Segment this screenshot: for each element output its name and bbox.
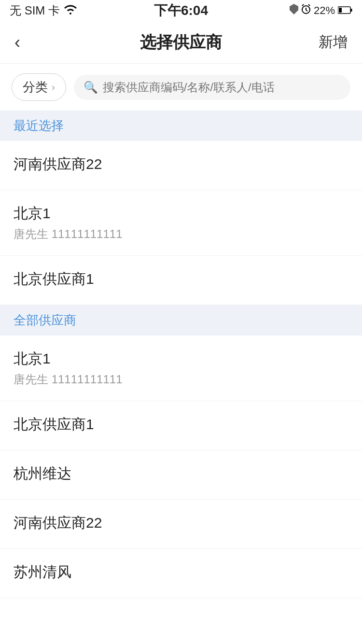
list-item[interactable]: 河南供应商22 [0, 500, 362, 549]
item-name: 北京1 [14, 349, 348, 369]
all-section-header: 全部供应商 [0, 305, 362, 336]
list-item[interactable]: 苏州清风 [0, 549, 362, 598]
list-item[interactable]: 杭州维达 [0, 450, 362, 500]
item-name: 苏州清风 [14, 562, 348, 582]
chevron-right-icon: › [52, 82, 55, 93]
status-time: 下午6:04 [154, 1, 208, 20]
status-left: 无 SIM 卡 [10, 3, 77, 18]
list-item[interactable]: 河南供应商22 [0, 141, 362, 190]
category-button[interactable]: 分类 › [12, 73, 66, 101]
recent-items-list: 河南供应商22北京1唐先生 11111111111北京供应商1 [0, 141, 362, 305]
item-name: 杭州维达 [14, 464, 348, 484]
carrier-text: 无 SIM 卡 [10, 3, 60, 18]
search-box[interactable]: 🔍 [74, 75, 350, 100]
item-name: 北京供应商1 [14, 415, 348, 434]
all-items-list: 北京1唐先生 11111111111北京供应商1杭州维达河南供应商22苏州清风 [0, 336, 362, 598]
svg-line-4 [308, 4, 310, 6]
battery-text: 22% [314, 4, 335, 17]
item-name: 北京供应商1 [14, 269, 348, 289]
svg-line-2 [306, 10, 307, 11]
item-detail: 唐先生 11111111111 [14, 226, 348, 242]
battery-icon [338, 4, 352, 17]
wifi-icon [64, 4, 77, 17]
search-input[interactable] [103, 81, 341, 94]
recent-section-header: 最近选择 [0, 111, 362, 141]
category-label: 分类 [23, 79, 48, 96]
list-item[interactable]: 北京1唐先生 11111111111 [0, 190, 362, 256]
svg-line-3 [302, 4, 304, 6]
list-item[interactable]: 北京1唐先生 11111111111 [0, 336, 362, 401]
back-button[interactable]: ‹ [14, 32, 43, 53]
nav-bar: ‹ 选择供应商 新增 [0, 21, 362, 64]
page-title: 选择供应商 [140, 31, 222, 54]
location-icon [290, 4, 298, 17]
add-button[interactable]: 新增 [319, 32, 348, 52]
item-name: 河南供应商22 [14, 154, 348, 174]
item-detail: 唐先生 11111111111 [14, 372, 348, 387]
filter-row: 分类 › 🔍 [0, 64, 362, 111]
status-right: 22% [290, 4, 352, 17]
status-bar: 无 SIM 卡 下午6:04 [0, 0, 362, 21]
search-icon: 🔍 [84, 81, 98, 94]
list-item[interactable]: 北京供应商1 [0, 256, 362, 305]
alarm-icon [301, 4, 311, 17]
svg-rect-7 [339, 8, 342, 13]
svg-rect-6 [351, 9, 352, 12]
list-item[interactable]: 北京供应商1 [0, 401, 362, 450]
item-name: 北京1 [14, 204, 348, 224]
item-name: 河南供应商22 [14, 513, 348, 533]
